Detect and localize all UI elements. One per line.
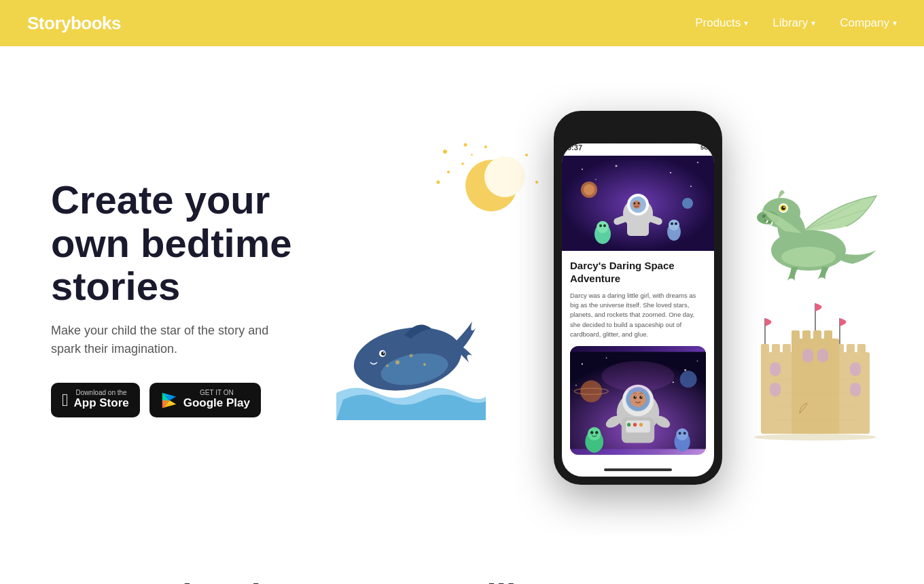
svg-rect-115 bbox=[824, 330, 832, 343]
svg-point-129 bbox=[754, 434, 876, 441]
svg-rect-105 bbox=[772, 344, 780, 356]
svg-rect-113 bbox=[802, 330, 811, 343]
google-play-button[interactable]: GET IT ON Google Play bbox=[149, 383, 261, 417]
svg-point-29 bbox=[697, 162, 698, 163]
svg-point-94 bbox=[783, 207, 785, 208]
svg-point-27 bbox=[616, 165, 618, 167]
phone-screen: 9:37 5G ‹ ⬆ ♡ bbox=[562, 143, 714, 477]
phone-time: 9:37 bbox=[567, 143, 582, 152]
svg-rect-37 bbox=[627, 216, 649, 236]
chevron-down-icon: ▾ bbox=[893, 18, 897, 28]
svg-point-41 bbox=[638, 202, 640, 204]
chevron-down-icon: ▾ bbox=[811, 18, 815, 28]
logo[interactable]: Storybooks bbox=[27, 13, 121, 34]
svg-rect-119 bbox=[770, 362, 781, 376]
svg-point-24 bbox=[386, 364, 389, 367]
svg-point-9 bbox=[437, 181, 440, 184]
svg-point-69 bbox=[635, 396, 636, 397]
hero-left: Create your own bedtime stories Make you… bbox=[51, 178, 336, 417]
svg-rect-111 bbox=[792, 339, 839, 434]
nav-link-products[interactable]: Products ▾ bbox=[695, 16, 748, 30]
phone-home-indicator bbox=[562, 463, 714, 477]
svg-point-49 bbox=[669, 220, 679, 230]
chevron-down-icon: ▾ bbox=[744, 18, 748, 28]
svg-point-75 bbox=[639, 423, 643, 426]
dragon-illustration bbox=[741, 175, 890, 284]
hero-right-illustrations bbox=[730, 162, 900, 434]
nav-item-library[interactable]: Library ▾ bbox=[772, 16, 815, 30]
svg-point-40 bbox=[634, 202, 636, 204]
phone-header-illustration bbox=[562, 156, 714, 251]
hero-title: Create your own bedtime stories bbox=[51, 178, 336, 308]
svg-point-34 bbox=[682, 198, 693, 209]
svg-point-85 bbox=[683, 432, 686, 434]
app-store-button[interactable]:  Download on the App Store bbox=[51, 383, 140, 417]
svg-point-55 bbox=[684, 369, 686, 371]
svg-rect-121 bbox=[850, 362, 861, 376]
svg-point-51 bbox=[675, 222, 677, 225]
svg-marker-15 bbox=[470, 154, 473, 156]
svg-rect-123 bbox=[802, 349, 813, 362]
svg-point-93 bbox=[781, 206, 785, 210]
svg-point-57 bbox=[673, 381, 674, 383]
phone-story-title: Darcy's Daring Space Adventure bbox=[570, 259, 706, 286]
svg-rect-124 bbox=[817, 349, 828, 362]
svg-point-101 bbox=[781, 247, 836, 267]
nav-item-company[interactable]: Company ▾ bbox=[840, 16, 897, 30]
svg-point-73 bbox=[627, 423, 630, 426]
phone-story-text: Darcy was a daring little girl, with dre… bbox=[570, 291, 706, 339]
svg-point-11 bbox=[484, 145, 487, 148]
phone-signal: 5G bbox=[700, 144, 709, 151]
svg-point-70 bbox=[641, 396, 642, 397]
svg-point-83 bbox=[676, 428, 688, 441]
google-play-icon bbox=[160, 392, 178, 409]
svg-point-13 bbox=[484, 156, 525, 197]
svg-point-30 bbox=[595, 179, 597, 180]
svg-point-47 bbox=[603, 224, 606, 227]
nav-link-library[interactable]: Library ▾ bbox=[772, 16, 815, 30]
svg-point-53 bbox=[582, 363, 583, 364]
svg-point-26 bbox=[582, 169, 583, 170]
nav-item-products[interactable]: Products ▾ bbox=[695, 16, 748, 30]
svg-point-46 bbox=[599, 224, 602, 227]
svg-point-95 bbox=[762, 215, 766, 218]
svg-marker-14 bbox=[461, 162, 465, 165]
svg-point-6 bbox=[525, 154, 528, 156]
castle-illustration bbox=[744, 298, 887, 434]
svg-rect-104 bbox=[761, 344, 769, 356]
nav-link-company[interactable]: Company ▾ bbox=[840, 16, 897, 30]
svg-point-21 bbox=[395, 360, 399, 364]
svg-rect-72 bbox=[626, 421, 650, 433]
svg-point-19 bbox=[381, 351, 385, 356]
svg-point-66 bbox=[630, 392, 645, 407]
svg-point-59 bbox=[580, 381, 602, 402]
hero-center-illustrations bbox=[336, 121, 554, 475]
svg-point-10 bbox=[447, 171, 450, 173]
svg-point-23 bbox=[423, 363, 426, 366]
svg-point-84 bbox=[679, 432, 681, 434]
svg-point-50 bbox=[671, 222, 673, 225]
svg-point-67 bbox=[633, 396, 636, 398]
apple-icon:  bbox=[62, 390, 69, 411]
app-store-label-large: App Store bbox=[74, 396, 129, 410]
svg-rect-110 bbox=[857, 344, 866, 356]
hero-subtitle: Make your child the star of the story an… bbox=[51, 322, 282, 358]
hero-section: Create your own bedtime stories Make you… bbox=[0, 46, 924, 536]
svg-point-61 bbox=[680, 371, 697, 388]
hero-phone: 9:37 5G ‹ ⬆ ♡ bbox=[554, 111, 730, 485]
phone-home-bar bbox=[604, 468, 672, 471]
svg-point-8 bbox=[535, 181, 538, 184]
store-buttons:  Download on the App Store bbox=[51, 383, 336, 417]
svg-rect-109 bbox=[847, 344, 855, 356]
svg-rect-122 bbox=[850, 383, 861, 396]
whale-illustration bbox=[336, 284, 486, 420]
phone-story-content: Darcy's Daring Space Adventure Darcy was… bbox=[562, 251, 714, 463]
svg-point-54 bbox=[606, 358, 607, 359]
svg-point-81 bbox=[595, 431, 598, 434]
svg-rect-112 bbox=[792, 330, 800, 343]
svg-rect-120 bbox=[770, 383, 781, 396]
google-play-label-large: Google Play bbox=[183, 396, 250, 410]
svg-point-45 bbox=[597, 221, 609, 233]
svg-point-56 bbox=[697, 360, 698, 362]
phone-notch bbox=[604, 119, 672, 138]
